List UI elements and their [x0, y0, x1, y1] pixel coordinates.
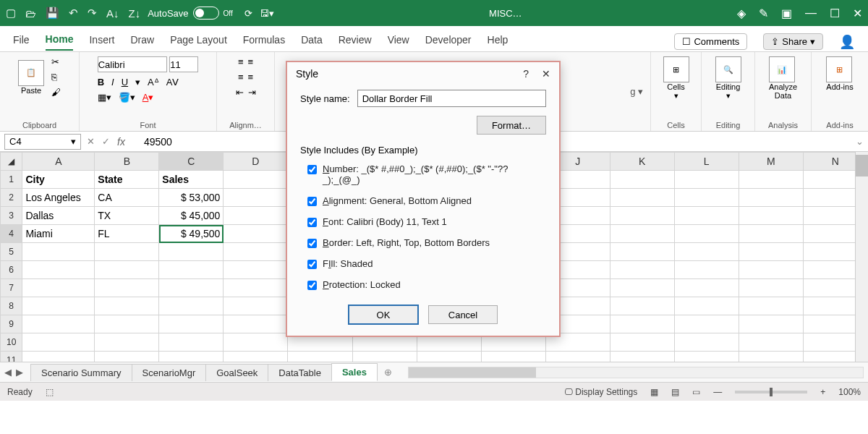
maximize-icon[interactable]: ☐ [830, 7, 840, 20]
tab-home[interactable]: Home [46, 33, 74, 51]
save-icon-2[interactable]: 🖫▾ [260, 8, 274, 19]
select-all-cell[interactable]: ◢ [1, 153, 22, 171]
font-color-icon[interactable]: A▾ [142, 92, 154, 103]
save-icon[interactable]: 💾 [46, 7, 59, 20]
formula-value[interactable]: 49500 [131, 136, 172, 148]
sheet-tab-goalseek[interactable]: GoalSeek [205, 364, 268, 381]
tab-data[interactable]: Data [301, 34, 323, 50]
col-C[interactable]: C [159, 153, 224, 171]
cell-A4[interactable]: Miami [22, 225, 95, 243]
align-left-icon[interactable]: ≡ [238, 72, 244, 82]
cell-C4-selected[interactable]: $ 49,500 [159, 225, 224, 243]
close-dialog-icon[interactable]: ✕ [542, 68, 550, 80]
format-painter-icon[interactable]: 🖌 [51, 87, 61, 98]
italic-icon[interactable]: I [111, 77, 114, 88]
tab-view[interactable]: View [388, 34, 409, 50]
cell-C2[interactable]: $ 53,000 [159, 189, 224, 207]
style-name-input[interactable] [357, 90, 546, 107]
vertical-scrollbar[interactable] [855, 152, 868, 362]
check-alignment[interactable]: Alignment: General, Bottom Aligned [287, 190, 559, 211]
normal-view-icon[interactable]: ▦ [650, 387, 658, 397]
grow-font-icon[interactable]: Aᐞ [148, 77, 159, 88]
row-hdr-4[interactable]: 4 [1, 225, 22, 243]
cell-C3[interactable]: $ 45,000 [159, 207, 224, 225]
editing-button[interactable]: 🔍 Editing▾ [715, 56, 741, 101]
cell-A3[interactable]: Dallas [22, 207, 95, 225]
check-fill-box[interactable] [307, 260, 317, 269]
format-button[interactable]: Format… [477, 116, 546, 135]
row-hdr-3[interactable]: 3 [1, 207, 22, 225]
check-number[interactable]: Number: _($* #,##0_);_($* (#,##0);_($* "… [287, 158, 559, 190]
cell-B2[interactable]: CA [95, 189, 159, 207]
close-icon[interactable]: ✕ [853, 7, 862, 20]
check-protection[interactable]: Protection: Locked [287, 274, 559, 295]
share-button[interactable]: ⇪ Share ▾ [763, 33, 823, 50]
diamond-icon[interactable]: ◈ [737, 7, 746, 20]
tab-developer[interactable]: Developer [425, 34, 472, 50]
tab-help[interactable]: Help [488, 34, 509, 50]
check-fill[interactable]: FIll: Shaded [287, 253, 559, 274]
underline-icon[interactable]: U [122, 77, 128, 88]
add-sheet-icon[interactable]: ⊕ [377, 367, 399, 378]
shrink-font-icon[interactable]: Aᐯ [166, 77, 179, 88]
help-icon[interactable]: ? [523, 68, 529, 80]
tab-review[interactable]: Review [339, 34, 372, 50]
bold-icon[interactable]: B [98, 77, 104, 88]
check-protection-box[interactable] [307, 281, 317, 290]
redo-icon[interactable]: ↷ [88, 7, 97, 20]
indent-dec-icon[interactable]: ⇤ [236, 87, 244, 98]
check-font-box[interactable] [307, 218, 317, 227]
row-hdr-7[interactable]: 7 [1, 279, 22, 297]
macro-record-icon[interactable]: ⬚ [46, 387, 54, 397]
page-break-view-icon[interactable]: ▭ [692, 387, 700, 397]
tab-page-layout[interactable]: Page Layout [170, 34, 227, 50]
col-A[interactable]: A [22, 153, 95, 171]
row-hdr-10[interactable]: 10 [1, 333, 22, 352]
row-hdr-1[interactable]: 1 [1, 171, 22, 189]
autosave-toggle[interactable]: AutoSave Off [148, 7, 233, 20]
align-mid-icon[interactable]: ≡ [248, 56, 254, 67]
tab-formulas[interactable]: Formulas [243, 34, 285, 50]
display-settings-button[interactable]: 🖵 Display Settings [564, 387, 637, 397]
ok-button[interactable]: OK [349, 305, 418, 324]
check-border-box[interactable] [307, 239, 317, 248]
row-hdr-5[interactable]: 5 [1, 243, 22, 261]
user-icon[interactable]: 👤 [839, 34, 855, 50]
sheet-tab-scenariomgr[interactable]: ScenarioMgr [132, 364, 207, 381]
cancel-button[interactable]: Cancel [428, 305, 498, 324]
cancel-formula-icon[interactable]: ✕ [87, 136, 95, 147]
indent-inc-icon[interactable]: ⇥ [248, 87, 256, 98]
page-layout-view-icon[interactable]: ▤ [671, 387, 679, 397]
copy-icon[interactable]: ⎘ [51, 72, 61, 82]
font-size-select[interactable] [169, 56, 198, 72]
sheet-tab-datatable[interactable]: DataTable [268, 364, 332, 381]
row-hdr-6[interactable]: 6 [1, 261, 22, 279]
analyze-button[interactable]: 📊 Analyze Data [769, 56, 797, 100]
row-hdr-9[interactable]: 9 [1, 315, 22, 333]
zoom-in-icon[interactable]: + [820, 387, 825, 397]
comments-button[interactable]: ☐ Comments [674, 33, 747, 50]
sort-asc-icon[interactable]: A↓ [106, 7, 119, 20]
col-D[interactable]: D [224, 153, 288, 171]
font-name-select[interactable] [98, 56, 167, 72]
col-L[interactable]: L [674, 153, 739, 171]
cell-C1[interactable]: Sales [159, 171, 224, 189]
cell-B1[interactable]: State [95, 171, 159, 189]
sheet-tab-sales[interactable]: Sales [331, 363, 378, 381]
tab-draw[interactable]: Draw [130, 34, 154, 50]
fx-icon[interactable]: fx [117, 136, 125, 148]
align-top-icon[interactable]: ≡ [238, 56, 244, 67]
borders-icon[interactable]: ▦▾ [98, 92, 111, 103]
wand-icon[interactable]: ✎ [759, 7, 768, 20]
cell-A1[interactable]: City [22, 171, 95, 189]
col-M[interactable]: M [739, 153, 803, 171]
row-hdr-8[interactable]: 8 [1, 297, 22, 315]
horizontal-scrollbar[interactable] [408, 367, 864, 378]
undo-icon[interactable]: ↶ [69, 7, 78, 20]
check-number-box[interactable] [307, 165, 317, 174]
wrap-text-fragment[interactable]: g ▾ [630, 86, 643, 97]
align-center-icon[interactable]: ≡ [248, 72, 254, 82]
chevron-down-icon[interactable]: ▾ [71, 136, 76, 147]
addins-button[interactable]: ⊞ Add-ins [826, 56, 853, 91]
tab-insert[interactable]: Insert [89, 34, 114, 50]
